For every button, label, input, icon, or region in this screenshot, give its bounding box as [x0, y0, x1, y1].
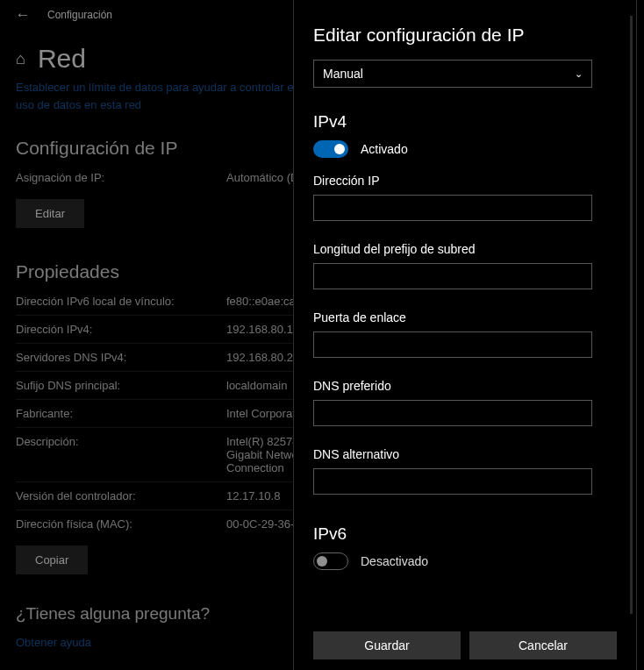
ip-assign-key: Asignación de IP:	[16, 171, 226, 184]
modal-title: Editar configuración de IP	[313, 25, 617, 46]
chevron-down-icon: ⌄	[575, 68, 583, 80]
toggle-thumb	[334, 144, 345, 154]
mode-select[interactable]: Manual ⌄	[313, 60, 592, 88]
app-name: Configuración	[47, 9, 112, 21]
edit-ip-button[interactable]: Editar	[16, 199, 84, 228]
copy-button[interactable]: Copiar	[16, 545, 88, 574]
modal-body: Editar configuración de IP Manual ⌄ IPv4…	[294, 0, 636, 623]
ipv4-toggle-label: Activado	[361, 142, 408, 156]
ip-address-label: Dirección IP	[313, 174, 617, 188]
ipv4-heading: IPv4	[313, 112, 617, 132]
ipv6-toggle-label: Desactivado	[361, 554, 428, 568]
home-icon[interactable]: ⌂	[16, 50, 25, 68]
toggle-thumb	[317, 556, 327, 567]
edit-ip-modal: Editar configuración de IP Manual ⌄ IPv4…	[293, 0, 637, 670]
ipv4-toggle[interactable]	[313, 140, 348, 158]
ip-address-input[interactable]	[313, 195, 592, 221]
gateway-label: Puerta de enlace	[313, 310, 617, 324]
save-button[interactable]: Guardar	[313, 631, 461, 659]
page-title: Red	[38, 44, 86, 74]
ipv6-toggle-row: Desactivado	[313, 552, 617, 570]
subnet-prefix-input[interactable]	[313, 263, 592, 289]
subnet-prefix-label: Longitud del prefijo de subred	[313, 242, 617, 256]
cancel-button[interactable]: Cancelar	[469, 631, 617, 659]
scrollbar[interactable]	[630, 16, 633, 614]
dns2-input[interactable]	[313, 468, 592, 495]
ipv6-toggle[interactable]	[313, 552, 348, 570]
dns2-label: DNS alternativo	[313, 447, 617, 461]
dns1-input[interactable]	[313, 400, 592, 426]
gateway-input[interactable]	[313, 331, 592, 358]
ipv4-toggle-row: Activado	[313, 140, 617, 158]
modal-footer: Guardar Cancelar	[294, 623, 636, 670]
data-limit-link[interactable]: Establecer un límite de datos para ayuda…	[16, 79, 297, 113]
ipv6-heading: IPv6	[313, 524, 617, 544]
back-arrow-icon[interactable]: ←	[15, 7, 31, 23]
dns1-label: DNS preferido	[313, 379, 617, 393]
mode-selected-label: Manual	[323, 67, 363, 81]
